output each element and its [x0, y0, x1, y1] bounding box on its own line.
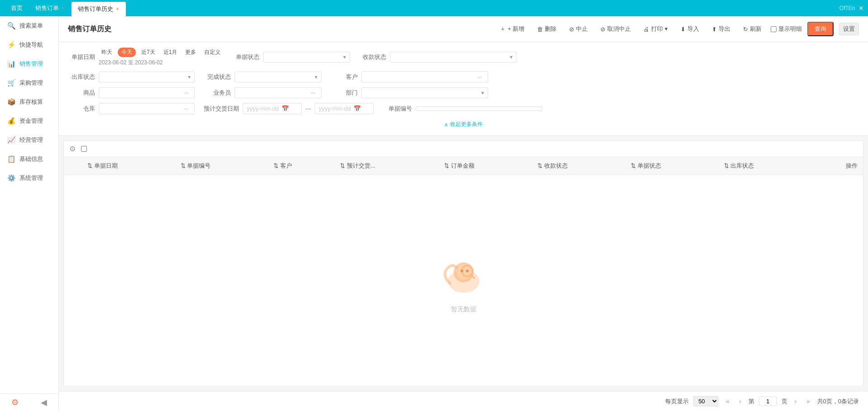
- sidebar-item-inventory-calc[interactable]: 📦 库存核算: [0, 92, 58, 111]
- collapse-bar[interactable]: ∧ 收起更多条件: [68, 119, 859, 130]
- search-menu-icon: 🔍: [7, 22, 16, 30]
- date-btn-more[interactable]: 更多: [182, 48, 199, 57]
- sidebar-collapse-icon[interactable]: ◀: [41, 397, 47, 407]
- sidebar-settings-icon[interactable]: ⚙: [11, 397, 19, 407]
- th-expected-delivery[interactable]: ⇅ 预计交货...: [335, 157, 439, 175]
- salesperson-input[interactable]: ···: [235, 87, 321, 98]
- export-button[interactable]: ⬆ 导出: [708, 23, 734, 35]
- filter-goods: 商品 ···: [68, 87, 195, 98]
- date-btn-1month[interactable]: 近1月: [161, 48, 180, 57]
- sidebar-item-purchase-mgmt[interactable]: 🛒 采购管理: [0, 73, 58, 92]
- display-detail-checkbox[interactable]: [771, 26, 777, 32]
- import-button[interactable]: ⬇ 导入: [677, 23, 703, 35]
- page-size-select[interactable]: 10 20 50 100: [693, 396, 719, 406]
- filter-customer: 客户 ···: [331, 71, 488, 82]
- th-order-amount[interactable]: ⇅ 订单金额: [439, 157, 532, 175]
- sidebar-item-operations-mgmt[interactable]: 📈 经营管理: [0, 131, 58, 150]
- print-button[interactable]: 🖨 打印 ▾: [640, 23, 671, 35]
- sidebar-item-basic-info[interactable]: 📋 基础信息: [0, 150, 58, 169]
- tab-home[interactable]: 首页: [5, 0, 29, 16]
- warehouse-dots[interactable]: ···: [182, 105, 191, 112]
- sidebar-item-purchase-mgmt-label: 采购管理: [19, 79, 43, 87]
- filter-row-2: 出库状态 ▾ 完成状态 ▾ 客户: [68, 71, 859, 82]
- table-toolbar: ⚙: [64, 141, 863, 157]
- sidebar-item-search-menu[interactable]: 🔍 搜索菜单: [0, 16, 58, 35]
- stop-button[interactable]: ⊘ 中止: [566, 23, 591, 35]
- filter-row-3: 商品 ··· 业务员 ··· 部门: [68, 87, 859, 98]
- th-receipt-status[interactable]: ⇅ 收款状态: [532, 157, 625, 175]
- date-btn-today[interactable]: 今天: [118, 48, 136, 57]
- top-bar-right: OfTEn ×: [839, 4, 863, 13]
- complete-status-select[interactable]: ▾: [235, 72, 321, 82]
- th-receipt-status-label: ⇅ 收款状态: [537, 162, 568, 169]
- content-area: 销售订单历史 ＋ + 新增 🗑 删除 ⊘ 中止 ⊘ 取消中止: [59, 16, 868, 411]
- dept-arrow: ▾: [481, 90, 484, 96]
- salesperson-dots[interactable]: ···: [309, 89, 317, 96]
- filter-row-1: 单据日期 昨天 今天 近7天 近1月 更多 自定义 2023-06-02 至 2…: [68, 48, 859, 67]
- date-btn-custom[interactable]: 自定义: [201, 48, 223, 57]
- tab-sales-order-history[interactable]: 销售订单历史 ×: [72, 2, 126, 16]
- refresh-button[interactable]: ↻ 刷新: [739, 23, 765, 35]
- goods-dots[interactable]: ···: [182, 89, 191, 96]
- display-detail-toggle[interactable]: 显示明细: [771, 25, 802, 33]
- settings-button[interactable]: 设置: [839, 23, 859, 35]
- tab-sales-order-history-close[interactable]: ×: [116, 6, 119, 12]
- sidebar-item-finance-mgmt[interactable]: 💰 资金管理: [0, 111, 58, 131]
- filter-complete-status: 完成状态 ▾: [204, 72, 321, 82]
- sidebar-bottom: ⚙ ◀: [0, 393, 58, 411]
- th-doc-no[interactable]: ⇅ 单据编号: [175, 157, 269, 175]
- th-doc-status[interactable]: ⇅ 单据状态: [625, 157, 719, 175]
- sidebar-item-quick-nav[interactable]: ⚡ 快捷导航: [0, 35, 58, 54]
- add-icon: ＋: [500, 25, 506, 33]
- doc-date-label: 单据日期: [68, 53, 95, 61]
- collapse-icon: ∧: [444, 121, 448, 128]
- receipt-status-select[interactable]: ▾: [390, 52, 517, 63]
- query-button[interactable]: 查询: [807, 22, 834, 36]
- goods-input[interactable]: ···: [99, 87, 195, 98]
- customer-label: 客户: [331, 73, 358, 81]
- th-customer[interactable]: ⇅ 客户: [268, 157, 335, 175]
- expected-date-from-input[interactable]: yyyy-mm-dd 📅: [243, 103, 302, 114]
- pagination-bar: 每页显示 10 20 50 100 « ‹ 第 页 › » 共0页，0条记录: [59, 391, 868, 411]
- calendar-from-icon[interactable]: 📅: [282, 105, 289, 112]
- customer-input[interactable]: ···: [361, 71, 488, 82]
- complete-status-arrow: ▾: [315, 74, 317, 80]
- next-page-btn[interactable]: ›: [792, 397, 799, 406]
- sidebar-item-sales-mgmt[interactable]: 📊 销售管理: [0, 54, 58, 73]
- doc-status-select[interactable]: ▾: [263, 52, 350, 63]
- cancel-stop-button[interactable]: ⊘ 取消中止: [597, 23, 634, 35]
- prev-page-btn[interactable]: ‹: [737, 397, 744, 406]
- th-operation-label: 操作: [846, 162, 858, 169]
- dept-label: 部门: [331, 89, 358, 97]
- expected-date-to-input[interactable]: yyyy-mm-dd 📅: [315, 103, 374, 114]
- date-btn-7days[interactable]: 近7天: [139, 48, 158, 57]
- date-range-display: 2023-06-02 至 2023-06-02: [99, 59, 223, 67]
- last-page-btn[interactable]: »: [804, 397, 812, 406]
- warehouse-input[interactable]: ···: [99, 103, 195, 114]
- current-page-input[interactable]: [759, 396, 777, 406]
- top-bar: 首页 销售订单 × 销售订单历史 × OfTEn ×: [0, 0, 868, 16]
- th-doc-date[interactable]: ⇅ 单据日期: [82, 157, 175, 175]
- select-all-checkbox[interactable]: [81, 146, 87, 152]
- out-stock-status-select[interactable]: ▾: [99, 72, 195, 82]
- dept-select[interactable]: ▾: [361, 87, 488, 98]
- date-btn-yesterday[interactable]: 昨天: [99, 48, 115, 57]
- tab-sales-order-close[interactable]: ×: [62, 5, 65, 11]
- calendar-to-icon[interactable]: 📅: [354, 105, 361, 112]
- customer-dots[interactable]: ···: [475, 73, 484, 80]
- purchase-mgmt-icon: 🛒: [7, 79, 16, 87]
- tab-sales-order[interactable]: 销售订单 ×: [29, 0, 72, 16]
- add-button[interactable]: ＋ + 新增: [496, 23, 528, 35]
- table-settings-icon[interactable]: ⚙: [69, 145, 76, 153]
- filter-warehouse: 仓库 ···: [68, 103, 195, 114]
- th-out-stock-status[interactable]: ⇅ 出库状态: [719, 157, 812, 175]
- receipt-status-arrow: ▾: [510, 54, 513, 60]
- sidebar-item-system-mgmt[interactable]: ⚙️ 系统管理: [0, 169, 58, 188]
- doc-status-arrow: ▾: [343, 54, 346, 60]
- refresh-icon: ↻: [743, 26, 748, 33]
- delete-button[interactable]: 🗑 删除: [533, 23, 560, 35]
- doc-no-input[interactable]: [416, 106, 542, 111]
- top-close-btn[interactable]: ×: [858, 4, 863, 13]
- first-page-btn[interactable]: «: [723, 397, 732, 406]
- inventory-calc-icon: 📦: [7, 98, 16, 106]
